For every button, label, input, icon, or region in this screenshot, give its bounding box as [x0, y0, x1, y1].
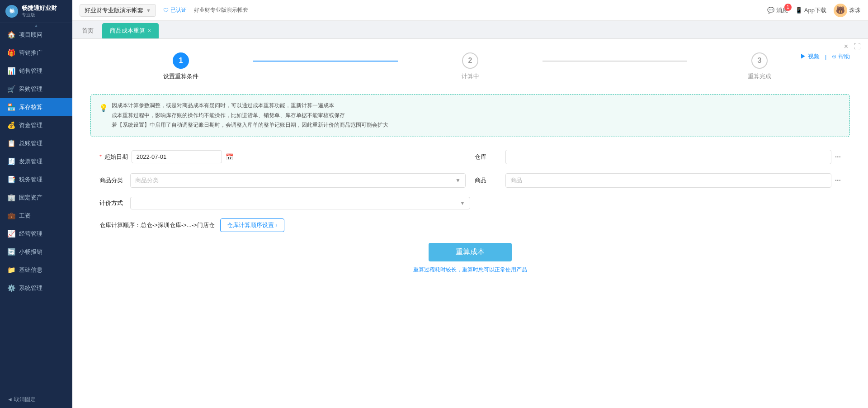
warehouse-order-btn[interactable]: 仓库计算顺序设置 › [220, 218, 284, 232]
messages-btn[interactable]: 💬 消息 1 [767, 6, 788, 14]
sidebar-item-tax[interactable]: 📑 税务管理 [0, 171, 72, 189]
sidebar-item-operation[interactable]: 📈 经营管理 [0, 225, 72, 243]
step-2-label: 计算中 [462, 72, 479, 81]
tab-home-label: 首页 [82, 27, 94, 35]
sidebar-header: 畅 畅捷通好业财 专业版 [0, 0, 72, 23]
step-1-circle: 1 [173, 52, 189, 69]
salary-icon: 💼 [7, 212, 15, 220]
step-1-label: 设置重算条件 [163, 72, 198, 81]
sidebar-item-basic[interactable]: 📁 基础信息 [0, 261, 72, 279]
recalc-button[interactable]: 重算成本 [429, 243, 512, 261]
sidebar-item-label: 销售管理 [19, 67, 42, 75]
sidebar-item-label: 发票管理 [19, 157, 42, 166]
calendar-icon[interactable]: 📅 [226, 153, 233, 161]
verified-badge: 🛡 已认证 [160, 6, 190, 14]
category-chevron-icon: ▼ [455, 177, 461, 184]
form-group-warehouse: 仓库 ··· [475, 150, 841, 164]
sidebar-nav: 🏠 项目顾问 🎁 营销推广 📊 销售管理 🛒 采购管理 🏪 库存核算 💰 资金管… [0, 26, 72, 391]
topbar-actions: 💬 消息 1 📱 App下载 🐻 珠珠 [767, 4, 861, 17]
tab-home[interactable]: 首页 [74, 23, 101, 38]
info-box: 💡 因成本计算参数调整，或是对商品成本有疑问时，可以通过成本重算功能，重新计算一… [90, 94, 850, 137]
goods-input-wrapper: 商品 [505, 173, 831, 188]
sidebar-logo-icon: 畅 [5, 5, 18, 18]
pricing-select[interactable]: ▼ [130, 197, 470, 209]
accounting-icon: 📋 [7, 139, 15, 147]
form-group-goods: 商品 商品 ··· [475, 173, 841, 188]
tab-close-icon[interactable]: × [148, 28, 151, 34]
project-icon: 🏠 [7, 31, 15, 39]
start-date-label: * 起始日期 [99, 153, 128, 161]
sidebar-item-system[interactable]: ⚙️ 系统管理 [0, 279, 72, 297]
sidebar-item-label: 营销推广 [19, 49, 42, 57]
tab-recalc[interactable]: 商品成本重算 × [102, 23, 159, 38]
sidebar-item-project[interactable]: 🏠 项目顾问 [0, 26, 72, 44]
fixedasset-icon: 🏢 [7, 194, 15, 202]
sidebar-item-label: 基础信息 [19, 266, 42, 274]
form-row-2: 商品分类 商品分类 ▼ 商品 商品 ··· [99, 173, 841, 188]
sidebar-item-expense[interactable]: 🔄 小畅报销 [0, 243, 72, 261]
invoice-icon: 🧾 [7, 157, 15, 166]
warehouse-input-wrapper [505, 150, 831, 164]
sidebar-item-marketing[interactable]: 🎁 营销推广 [0, 44, 72, 62]
sidebar-item-fixedasset[interactable]: 🏢 固定资产 [0, 189, 72, 207]
sidebar-footer[interactable]: ◄ 取消固定 [0, 391, 72, 408]
sidebar-item-purchase[interactable]: 🛒 采购管理 [0, 80, 72, 98]
expand-window-btn[interactable]: ⛶ [854, 43, 861, 51]
start-date-input[interactable] [132, 150, 222, 163]
purchase-icon: 🛒 [7, 85, 15, 93]
sidebar-item-finance[interactable]: 💰 资金管理 [0, 116, 72, 134]
warehouse-dots-icon[interactable]: ··· [835, 153, 841, 161]
steps-container: ▶ 视频 | ⊙ 帮助 1 设置重算条件 2 计算中 3 [90, 52, 850, 81]
tax-icon: 📑 [7, 176, 15, 184]
step-2-circle: 2 [462, 52, 478, 69]
sales-icon: 📊 [7, 67, 15, 75]
step-connector-1-2 [253, 61, 398, 62]
pricing-label: 计价方式 [99, 199, 127, 207]
app-download-btn[interactable]: 📱 App下载 [795, 6, 826, 14]
step-3: 3 重算完成 [687, 52, 832, 81]
phone-icon: 📱 [795, 7, 802, 14]
avatar: 🐻 [834, 4, 847, 17]
sidebar-item-label: 系统管理 [19, 284, 42, 292]
form-group-date: * 起始日期 📅 [99, 150, 466, 163]
recalc-note: 重算过程耗时较长，重算时您可以正常使用产品 [413, 266, 527, 274]
message-icon: 💬 [767, 7, 774, 14]
close-window-btn[interactable]: × [844, 43, 848, 51]
sidebar-item-label: 采购管理 [19, 85, 42, 93]
sidebar-item-label: 固定资产 [19, 194, 42, 202]
sidebar-brand: 畅捷通好业财 专业版 [22, 5, 57, 18]
info-text: 因成本计算参数调整，或是对商品成本有疑问时，可以通过成本重算功能，重新计算一遍成… [112, 101, 388, 130]
sidebar-item-invoice[interactable]: 🧾 发票管理 [0, 152, 72, 171]
goods-placeholder: 商品 [510, 176, 522, 185]
sidebar-item-label: 项目顾问 [19, 31, 42, 39]
basic-icon: 📁 [7, 266, 15, 274]
sidebar-item-label: 经营管理 [19, 230, 42, 238]
info-icon: 💡 [99, 102, 108, 130]
sidebar-item-salary[interactable]: 💼 工资 [0, 207, 72, 225]
pricing-chevron-icon: ▼ [460, 200, 465, 206]
system-icon: ⚙️ [7, 284, 15, 292]
sidebar-item-inventory[interactable]: 🏪 库存核算 [0, 98, 72, 116]
goods-dots-icon[interactable]: ··· [835, 176, 841, 185]
operation-icon: 📈 [7, 230, 15, 238]
sidebar-title: 畅捷通好业财 [22, 5, 57, 12]
category-label: 商品分类 [99, 176, 127, 185]
finance-icon: 💰 [7, 121, 15, 129]
step-3-label: 重算完成 [748, 72, 771, 81]
sidebar-item-accounting[interactable]: 📋 总账管理 [0, 134, 72, 152]
sidebar: 畅 畅捷通好业财 专业版 ▲ 🏠 项目顾问 🎁 营销推广 📊 销售管理 🛒 采购… [0, 0, 72, 408]
account-select[interactable]: 好业财专业版演示帐套 ▼ [80, 4, 156, 17]
sidebar-item-sales[interactable]: 📊 销售管理 [0, 62, 72, 80]
sidebar-item-label: 税务管理 [19, 176, 42, 184]
message-badge: 1 [784, 4, 792, 11]
category-select[interactable]: 商品分类 ▼ [130, 173, 466, 188]
help-link[interactable]: ⊙ 帮助 [832, 52, 850, 61]
form-row-3: 计价方式 ▼ [99, 197, 470, 209]
tab-recalc-label: 商品成本重算 [110, 27, 145, 35]
sidebar-subtitle: 专业版 [22, 12, 57, 18]
required-star: * [99, 153, 102, 160]
inventory-icon: 🏪 [7, 103, 15, 111]
window-controls: × ⛶ [844, 43, 861, 51]
user-avatar-btn[interactable]: 🐻 珠珠 [834, 4, 861, 17]
sidebar-item-label: 小畅报销 [19, 248, 42, 256]
